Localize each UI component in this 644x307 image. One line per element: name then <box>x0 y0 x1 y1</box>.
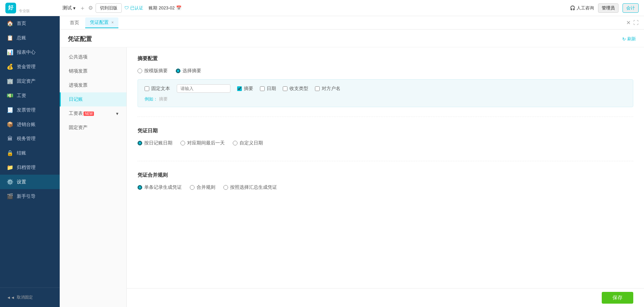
payment-type-check-input[interactable] <box>283 86 287 91</box>
tab-voucher-config[interactable]: 凭证配置× <box>85 17 118 28</box>
summary-select-radio[interactable]: 选择摘要 <box>176 68 201 74</box>
config-layout: 公共选项销项发票进项发票日记账工资表NEW▾固定资产 摘要配置 按模版摘要 <box>60 47 644 307</box>
date-title: 凭证日期 <box>138 128 633 134</box>
sidebar-icon-ledger: 📋 <box>7 35 13 41</box>
sidebar-item-ledger[interactable]: 📋 总账 <box>0 31 60 45</box>
config-nav-public[interactable]: 公共选项 <box>60 50 126 64</box>
counterparty-check-input[interactable] <box>315 86 320 91</box>
sidebar-label-closing: 结账 <box>17 150 26 156</box>
fullscreen-icon[interactable]: ⛶ <box>633 20 639 26</box>
save-button[interactable]: 保存 <box>602 292 633 304</box>
tab-home[interactable]: 首页 <box>65 18 84 28</box>
sidebar-item-archive[interactable]: 📁 归档管理 <box>0 160 60 175</box>
config-right: 摘要配置 按模版摘要 选择摘要 <box>127 47 644 307</box>
fixed-text-checkbox[interactable]: 固定文本 <box>145 86 170 92</box>
summary-gen-input[interactable] <box>223 185 228 190</box>
switch-version-button[interactable]: 切到旧版 <box>96 3 122 13</box>
config-nav-fixed-asset[interactable]: 固定资产 <box>60 121 126 135</box>
logo-sub: 专业版 <box>19 8 47 13</box>
summary-radio-group: 按模版摘要 选择摘要 <box>138 68 633 74</box>
close-window-icon[interactable]: ✕ <box>626 19 631 26</box>
config-content: 摘要配置 按模版摘要 选择摘要 <box>127 47 644 288</box>
single-record-input[interactable] <box>138 185 142 190</box>
sidebar-label-cash: 资金管理 <box>17 64 36 70</box>
admin-button[interactable]: 管理员 <box>598 3 619 13</box>
custom-date-input[interactable] <box>233 141 237 145</box>
sidebar-label-tax: 税务管理 <box>17 136 36 142</box>
tab-bar-right: ✕ ⛶ <box>626 19 639 26</box>
journal-date-radio[interactable]: 按日记账日期 <box>138 140 172 146</box>
calendar-icon[interactable]: 📅 <box>176 5 181 10</box>
date-checkbox[interactable]: 日期 <box>260 86 276 92</box>
sidebar-label-guide: 新手引导 <box>17 193 36 200</box>
certified-badge: 🛡 已认证 <box>124 5 143 11</box>
single-record-radio[interactable]: 单条记录生成凭证 <box>138 184 182 190</box>
sidebar-label-ledger: 总账 <box>17 35 26 41</box>
summary-checkbox[interactable]: 摘要 <box>237 86 253 92</box>
merge-rules-radio[interactable]: 合并规则 <box>190 184 215 190</box>
sidebar-item-tax[interactable]: 🏛 税务管理 <box>0 132 60 146</box>
sidebar-item-guide[interactable]: 🎬 新手引导 <box>0 189 60 204</box>
logo-icon: 好 <box>5 3 16 13</box>
fixed-text-field[interactable] <box>177 84 230 93</box>
sidebar-pin-button[interactable]: ◄◄ 取消固定 <box>0 292 60 303</box>
config-nav-label-sales: 销项发票 <box>69 68 88 74</box>
config-nav-label-fixed-asset: 固定资产 <box>69 125 88 130</box>
new-badge-payroll: NEW <box>84 112 94 116</box>
topbar-right: 🎧 人工咨询 管理员 会计 <box>570 3 639 13</box>
sidebar-icon-salary: 💵 <box>7 92 13 99</box>
custom-date-radio[interactable]: 自定义日期 <box>233 140 263 146</box>
single-record-label: 单条记录生成凭证 <box>144 184 182 190</box>
period-last-input[interactable] <box>180 141 185 145</box>
consult-button[interactable]: 🎧 人工咨询 <box>570 5 594 11</box>
merge-rules-input[interactable] <box>190 185 195 190</box>
topbar: 好 畅捷通好会计 专业版 测试 ▾ ＋ ⚙ 切到旧版 🛡 已认证 账期 2023… <box>0 0 644 16</box>
sidebar-icon-asset: 🏢 <box>7 78 13 84</box>
sidebar-item-settings[interactable]: ⚙️ 设置 <box>0 175 60 189</box>
period-last-radio[interactable]: 对应期间最后一天 <box>180 140 225 146</box>
summary-check-input[interactable] <box>237 86 242 91</box>
summary-select-label: 选择摘要 <box>182 68 201 74</box>
custom-date-label: 自定义日期 <box>239 140 263 146</box>
workspace-selector[interactable]: 测试 ▾ <box>62 5 75 11</box>
sidebar-bottom: ◄◄ 取消固定 <box>0 288 60 307</box>
date-check-input[interactable] <box>260 86 265 91</box>
page-title: 凭证配置 <box>68 35 92 43</box>
config-nav-purchase[interactable]: 进项发票 <box>60 78 126 92</box>
summary-gen-radio[interactable]: 按照选择汇总生成凭证 <box>223 184 277 190</box>
config-nav-sales[interactable]: 销项发票 <box>60 64 126 78</box>
counterparty-checkbox[interactable]: 对方户名 <box>315 86 340 92</box>
sidebar-item-closing[interactable]: 🔒 结账 <box>0 146 60 160</box>
sidebar-icon-archive: 📁 <box>7 164 13 171</box>
config-nav-journal[interactable]: 日记账 <box>60 92 126 106</box>
sidebar-resizer[interactable] <box>58 16 60 307</box>
sidebar-item-invoice[interactable]: 🧾 发票管理 <box>0 103 60 117</box>
summary-options-panel: 固定文本 摘要 日期 <box>138 79 633 107</box>
tab-close-voucher-config[interactable]: × <box>111 20 114 25</box>
add-icon[interactable]: ＋ <box>79 4 86 12</box>
payment-type-label: 收支类型 <box>289 86 308 92</box>
sidebar-icon-report: 📊 <box>7 49 13 55</box>
merge-title: 凭证合并规则 <box>138 172 633 178</box>
sidebar-item-trading[interactable]: 📦 进销台账 <box>0 117 60 132</box>
journal-date-input[interactable] <box>138 141 142 145</box>
refresh-button[interactable]: ↻ 刷新 <box>622 36 636 42</box>
sidebar-label-asset: 固定资产 <box>17 78 36 84</box>
logo-text: 畅捷通好会计 <box>19 2 47 8</box>
sidebar-item-report[interactable]: 📊 报表中心 <box>0 45 60 59</box>
config-nav-payroll[interactable]: 工资表NEW▾ <box>60 106 126 121</box>
settings-icon[interactable]: ⚙ <box>88 5 93 11</box>
sidebar-icon-invoice: 🧾 <box>7 107 13 113</box>
role-button[interactable]: 会计 <box>623 3 639 13</box>
sidebar-item-home[interactable]: 🏠 首页 <box>0 16 60 31</box>
sidebar-item-asset[interactable]: 🏢 固定资产 <box>0 74 60 88</box>
config-nav: 公共选项销项发票进项发票日记账工资表NEW▾固定资产 <box>60 47 127 307</box>
fixed-text-input-check[interactable] <box>145 86 149 91</box>
sidebar-item-salary[interactable]: 💵 工资 <box>0 88 60 103</box>
summary-select-input[interactable] <box>176 69 180 73</box>
summary-template-input[interactable] <box>138 69 142 73</box>
payment-type-checkbox[interactable]: 收支类型 <box>283 86 308 92</box>
summary-template-radio[interactable]: 按模版摘要 <box>138 68 168 74</box>
sidebar-item-cash[interactable]: 💰 资金管理 <box>0 59 60 74</box>
journal-date-label: 按日记账日期 <box>144 140 172 146</box>
